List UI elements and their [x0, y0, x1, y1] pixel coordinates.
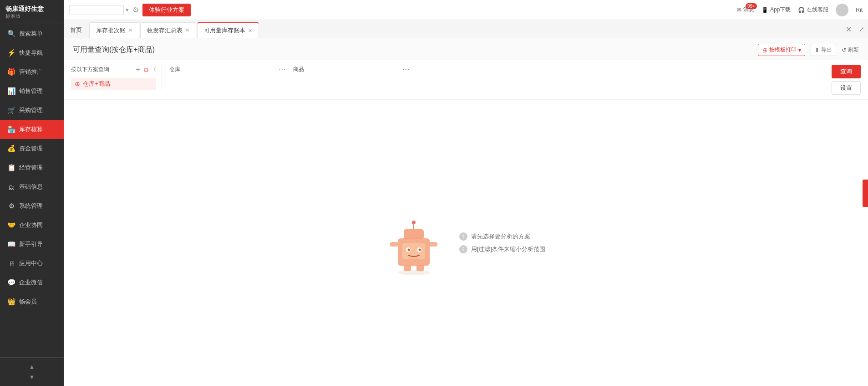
tab-summary-close[interactable]: ✕: [185, 28, 189, 33]
svg-point-6: [418, 249, 421, 251]
page-title: 可用量查询(按仓库+商品): [73, 45, 155, 55]
trial-btn[interactable]: 体验行业方案: [142, 4, 191, 16]
sidebar-item-marketing[interactable]: 🎁营销推广: [0, 62, 64, 82]
tab-available-close[interactable]: ✕: [248, 28, 252, 33]
sidebar-item-operations[interactable]: 📋经营管理: [0, 158, 64, 177]
sidebar-label-marketing: 营销推广: [19, 68, 43, 76]
scroll-down-btn[interactable]: ▼: [0, 372, 64, 382]
filter-goods: 商品 ⋯: [293, 65, 410, 74]
filter-goods-label: 商品: [293, 66, 304, 73]
sidebar-icon-search: 🔍: [7, 30, 15, 38]
sidebar-label-basic: 基础信息: [19, 183, 43, 191]
sidebar-item-newbie[interactable]: 📖新手引导: [0, 235, 64, 254]
tab-summary-label: 收发存汇总表: [147, 26, 183, 35]
tab-home-label: 首页: [70, 26, 82, 34]
filter-warehouse-more[interactable]: ⋯: [279, 65, 286, 74]
filter-area: 仓库 ⋯ 商品 ⋯: [162, 65, 826, 74]
user-avatar[interactable]: [836, 4, 848, 16]
sidebar-label-purchase: 采购管理: [19, 106, 43, 114]
empty-tip-1: 1 请先选择要分析的方案: [459, 232, 545, 241]
filter-goods-input[interactable]: [307, 65, 398, 74]
sidebar-item-search[interactable]: 🔍搜索菜单: [0, 24, 64, 43]
tab-home[interactable]: 首页: [64, 22, 88, 38]
topbar-right: ✉ 消息 99+ 📱 App下载 🎧 在线客服 Rit: [737, 4, 863, 16]
sidebar-item-inventory[interactable]: 🏪库存核算: [0, 120, 64, 139]
page-content: 可用量查询(按仓库+商品) 🖨 按模板打印 ▾ ⬆ 导出 ↺ 刷新: [64, 38, 868, 386]
sidebar-item-finance[interactable]: 💰资金管理: [0, 139, 64, 158]
tab-available-label: 可用量库存账本: [204, 26, 245, 35]
sidebar-icon-apps: 🖥: [7, 260, 15, 268]
refresh-btn[interactable]: ↺ 刷新: [842, 46, 859, 54]
topbar-search-input[interactable]: [69, 5, 124, 15]
sidebar-icon-sales: 📊: [7, 87, 15, 95]
sidebar-item-vip[interactable]: 👑畅会员: [0, 292, 64, 311]
sidebar-icon-marketing: 🎁: [7, 68, 15, 76]
tab-summary[interactable]: 收发存汇总表 ✕: [140, 22, 196, 38]
scheme-item-warehouse-goods[interactable]: ⊕ 仓库+商品: [71, 78, 156, 90]
scheme-item-label: 仓库+商品: [83, 80, 110, 88]
tab-available[interactable]: 可用量库存账本 ✕: [197, 22, 259, 38]
empty-tip-2: 2 用[过滤]条件来缩小分析范围: [459, 245, 545, 253]
scheme-actions: ＋ ⊙ 《: [134, 65, 156, 74]
edition-label: 标准版: [5, 13, 58, 19]
scroll-up-btn[interactable]: ▲: [0, 361, 64, 372]
online-service-btn[interactable]: 🎧 在线客服: [798, 6, 828, 14]
tab-batch[interactable]: 库存批次账 ✕: [89, 22, 139, 38]
export-btn[interactable]: ⬆ 导出: [811, 44, 836, 56]
sidebar-item-apps[interactable]: 🖥应用中心: [0, 254, 64, 273]
sidebar-label-enterprise: 企业协同: [19, 221, 43, 229]
username-label[interactable]: Rit: [856, 7, 863, 13]
sidebar-label-inventory: 库存核算: [19, 125, 43, 134]
query-submit-btn[interactable]: 查询: [832, 65, 861, 78]
sidebar-label-newbie: 新手引导: [19, 240, 43, 248]
filter-warehouse-input[interactable]: [183, 65, 274, 74]
sidebar-label-finance: 资金管理: [19, 144, 43, 153]
search-dropdown-icon[interactable]: ▾: [126, 6, 129, 13]
sidebar-item-sales[interactable]: 📊销售管理: [0, 82, 64, 101]
sidebar: 畅康通好生意 标准版 🔍搜索菜单⚡快捷导航🎁营销推广📊销售管理🛒采购管理🏪库存核…: [0, 0, 64, 386]
scheme-add-btn[interactable]: ＋: [134, 65, 142, 74]
sidebar-icon-enterprise: 🤝: [7, 221, 15, 229]
app-label: App下载: [770, 6, 791, 14]
main-area: ▾ ⚙ 体验行业方案 ✉ 消息 99+ 📱 App下载 🎧 在线客服 Rit: [64, 0, 868, 386]
schemes-header-label: 按以下方案查询: [71, 66, 109, 73]
sidebar-item-quicknav[interactable]: ⚡快捷导航: [0, 43, 64, 62]
tab-batch-close[interactable]: ✕: [128, 28, 132, 33]
svg-rect-10: [390, 242, 398, 247]
app-download-btn[interactable]: 📱 App下载: [761, 6, 791, 14]
sidebar-item-wechat[interactable]: 💬企业微信: [0, 273, 64, 292]
sidebar-icon-operations: 📋: [7, 164, 15, 172]
sidebar-icon-vip: 👑: [7, 298, 15, 306]
sidebar-item-purchase[interactable]: 🛒采购管理: [0, 101, 64, 120]
sidebar-item-enterprise[interactable]: 🤝企业协同: [0, 216, 64, 235]
close-all-tabs-btn[interactable]: ✕: [846, 25, 852, 33]
sidebar-logo: 畅康通好生意 标准版: [0, 0, 64, 24]
filter-warehouse: 仓库 ⋯: [169, 65, 286, 74]
service-label: 在线客服: [807, 6, 828, 14]
tip-num-2: 2: [459, 245, 467, 253]
brand-name: 畅康通好生意: [5, 5, 58, 13]
topbar-settings-icon[interactable]: ⚙: [132, 5, 139, 14]
scheme-collapse-btn[interactable]: 《: [151, 66, 156, 73]
sidebar-icon-purchase: 🛒: [7, 106, 15, 114]
print-dropdown-icon[interactable]: ▾: [798, 47, 801, 53]
sidebar-icon-inventory: 🏪: [7, 125, 15, 134]
sidebar-item-system[interactable]: ⚙系统管理: [0, 196, 64, 216]
right-scroll-bar[interactable]: [863, 180, 868, 207]
print-template-btn[interactable]: 🖨 按模板打印 ▾: [758, 44, 805, 56]
app-icon: 📱: [761, 7, 768, 13]
sidebar-icon-quicknav: ⚡: [7, 49, 15, 57]
message-btn[interactable]: ✉ 消息 99+: [737, 6, 754, 14]
query-settings-btn[interactable]: 设置: [832, 81, 861, 95]
tip-text-1: 请先选择要分析的方案: [471, 232, 530, 241]
sidebar-icon-wechat: 💬: [7, 278, 15, 287]
query-action-area: 查询 设置: [826, 65, 861, 95]
svg-rect-13: [416, 265, 424, 271]
scheme-settings-btn[interactable]: ⊙: [143, 66, 149, 73]
sidebar-item-basic[interactable]: 🗂基础信息: [0, 177, 64, 196]
query-schemes-panel: 按以下方案查询 ＋ ⊙ 《 ⊕ 仓库+商品: [71, 65, 162, 90]
schemes-header: 按以下方案查询 ＋ ⊙ 《: [71, 65, 156, 74]
expand-tabs-btn[interactable]: ⤢: [859, 26, 864, 33]
sidebar-label-operations: 经营管理: [19, 164, 43, 172]
filter-goods-more[interactable]: ⋯: [402, 65, 410, 74]
